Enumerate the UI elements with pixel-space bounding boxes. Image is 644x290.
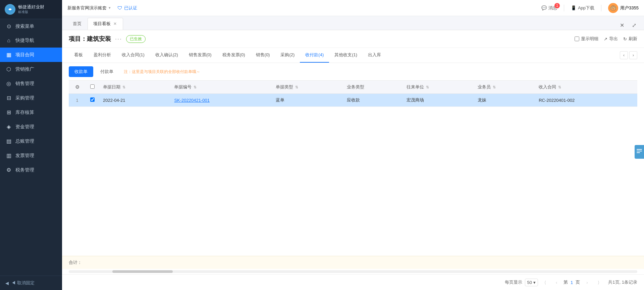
prev-page-button[interactable]: ‹ <box>552 278 561 287</box>
sort-partner-icon[interactable]: ⇅ <box>426 85 429 89</box>
sort-date-icon[interactable]: ⇅ <box>122 85 125 89</box>
inner-tabs: 收款单 付款单 注：这里是与项目关联的全部收付款单哦～ <box>62 63 644 77</box>
next-page-button[interactable]: › <box>583 278 591 287</box>
export-button[interactable]: ↗ 导出 <box>604 36 618 42</box>
refresh-button[interactable]: ↻ 刷新 <box>623 36 637 42</box>
right-panel-button[interactable] <box>635 145 644 159</box>
table-area: ⚙ 单据日期 ⇅ 单据编号 <box>62 77 644 256</box>
select-all-checkbox[interactable] <box>90 84 95 89</box>
inner-tab-payment[interactable]: 付款单 <box>95 66 119 77</box>
project-more-button[interactable]: ··· <box>115 35 122 43</box>
scrollbar-thumb[interactable] <box>112 270 173 273</box>
maximize-window-button[interactable]: ⤢ <box>629 20 639 30</box>
sidebar-unpin-button[interactable]: ◀ ◀ 取消固定 <box>0 276 62 290</box>
current-page: 1 <box>571 280 573 285</box>
table-header-row: ⚙ 单据日期 ⇅ 单据编号 <box>69 81 637 94</box>
sidebar-item-sales[interactable]: ◎ 销售管理 <box>0 76 62 91</box>
first-page-button[interactable]: ⟨ <box>541 278 549 287</box>
th-checkbox[interactable] <box>86 81 99 94</box>
row-checkbox[interactable] <box>90 97 95 102</box>
sub-tab-income-confirm[interactable]: 收入确认(2) <box>150 48 183 63</box>
sort-number-icon[interactable]: ⇅ <box>194 85 197 89</box>
cell-contract: RC-20220401-002 <box>535 94 637 107</box>
sort-contract-icon[interactable]: ⇅ <box>558 85 561 89</box>
certified-badge: 🛡 已认证 <box>117 5 137 11</box>
sub-tab-kanban[interactable]: 看板 <box>69 48 88 63</box>
svg-rect-1 <box>637 149 642 150</box>
sub-tab-inout-warehouse[interactable]: 出入库 <box>363 48 386 63</box>
sidebar-item-purchase[interactable]: ⊟ 采购管理 <box>0 91 62 105</box>
gear-icon[interactable]: ⚙ <box>75 84 79 90</box>
sidebar-item-invoice[interactable]: ▥ 发票管理 <box>0 148 62 163</box>
inner-tab-receipt[interactable]: 收款单 <box>69 66 93 77</box>
sub-tabs: 看板 盈利分析 收入合同(1) 收入确认(2) 销售发票(0) 税务发票(0) … <box>62 48 644 63</box>
cell-number[interactable]: SK-20220421-001 <box>170 94 271 107</box>
show-detail-checkbox[interactable] <box>575 37 579 41</box>
user-menu-button[interactable]: 🐵 用户3355 <box>608 3 639 13</box>
sub-tab-sales-invoice[interactable]: 销售发票(0) <box>183 48 217 63</box>
project-selector[interactable]: 新服务官网演示账套 ▾ <box>67 5 111 11</box>
sub-tab-other-income[interactable]: 其他收支(1) <box>329 48 363 63</box>
pagination-info: 共1页, 1条记录 <box>608 279 637 285</box>
tab-home[interactable]: 首页 <box>67 18 87 30</box>
total-row: 合计： <box>62 256 644 269</box>
sales-icon: ◎ <box>5 80 12 87</box>
cell-index: 1 <box>69 94 86 107</box>
sidebar-logo: 畅捷通好业财 标准版 <box>0 0 62 19</box>
cell-checkbox[interactable] <box>86 94 99 107</box>
export-icon: ↗ <box>604 37 607 42</box>
sort-type-icon[interactable]: ⇅ <box>295 85 298 89</box>
message-button[interactable]: 💬 消息 1 <box>541 5 557 11</box>
tab-project-board[interactable]: 项目看板 ✕ <box>88 18 123 30</box>
sub-tab-prev-button[interactable]: ‹ <box>620 51 628 59</box>
sub-tab-sales[interactable]: 销售(0) <box>251 48 275 63</box>
sidebar-item-funds[interactable]: ◈ 资金管理 <box>0 120 62 134</box>
sub-tab-nav: ‹ › <box>620 51 637 59</box>
project-title: 项目：建筑安装 <box>69 35 111 43</box>
last-page-button[interactable]: ⟩ <box>594 278 603 287</box>
project-status-badge: 已生效 <box>126 35 146 43</box>
th-salesperson: 业务员 ⇅ <box>474 81 535 94</box>
data-table: ⚙ 单据日期 ⇅ 单据编号 <box>69 80 637 107</box>
cell-date: 2022-04-21 <box>99 94 170 107</box>
unpin-icon: ◀ <box>5 281 9 286</box>
tab-home-label: 首页 <box>73 21 82 27</box>
sub-tab-next-button[interactable]: › <box>629 51 637 59</box>
sub-tab-purchase[interactable]: 采购(2) <box>275 48 300 63</box>
sidebar-item-marketing[interactable]: ⬡ 营销推广 <box>0 62 62 76</box>
svg-rect-2 <box>637 151 642 151</box>
sort-salesperson-icon[interactable]: ⇅ <box>493 85 496 89</box>
topbar-actions: 💬 消息 1 📱 App下载 🐵 用户3355 <box>541 3 639 13</box>
sidebar-item-inventory[interactable]: ⊞ 库存核算 <box>0 105 62 120</box>
per-page-label: 每页显示 <box>505 279 522 285</box>
sidebar-item-search[interactable]: ⊙ 搜索菜单 <box>0 19 62 33</box>
sub-tab-tax-invoice[interactable]: 税务发票(0) <box>217 48 251 63</box>
tab-close-icon[interactable]: ✕ <box>113 21 117 27</box>
select-chevron-icon: ▾ <box>533 280 536 285</box>
project-header-actions: 显示明细 ↗ 导出 ↻ 刷新 <box>575 36 637 42</box>
th-gear[interactable]: ⚙ <box>69 81 86 94</box>
sub-tab-profit[interactable]: 盈利分析 <box>88 48 116 63</box>
app-logo-icon <box>5 4 15 15</box>
sidebar-item-project[interactable]: ▦ 项目合同 <box>0 48 62 62</box>
sidebar-item-quicknav[interactable]: ⌂ 快捷导航 <box>0 33 62 48</box>
funds-icon: ◈ <box>5 124 12 130</box>
horizontal-scrollbar[interactable] <box>69 270 637 273</box>
table-row[interactable]: 1 2022-04-21 SK-20220421-001 蓝单 应收款 宏茂商场… <box>69 94 637 107</box>
close-window-button[interactable]: ✕ <box>617 20 627 30</box>
topbar-divider <box>564 5 564 11</box>
invoice-icon: ▥ <box>5 152 12 159</box>
th-number: 单据编号 ⇅ <box>170 81 271 94</box>
per-page-select[interactable]: 50 ▾ <box>525 279 538 286</box>
pagination: 每页显示 50 ▾ ⟨ ‹ 第 1 页 › ⟩ 共1页, 1条记录 <box>62 274 644 290</box>
th-contract: 收入合同 ⇅ <box>535 81 637 94</box>
sub-tab-income-contract[interactable]: 收入合同(1) <box>116 48 150 63</box>
app-download-button[interactable]: 📱 App下载 <box>571 5 594 11</box>
project-header: 项目：建筑安装 ··· 已生效 显示明细 ↗ 导出 ↻ 刷新 <box>62 30 644 48</box>
cell-business-type: 应收款 <box>343 94 402 107</box>
sidebar-item-tax[interactable]: ⚙ 税务管理 <box>0 163 62 177</box>
inventory-icon: ⊞ <box>5 109 12 116</box>
show-detail-toggle[interactable]: 显示明细 <box>575 36 598 42</box>
sub-tab-payment[interactable]: 收付款(4) <box>300 48 329 63</box>
sidebar-item-ledger[interactable]: ▤ 总账管理 <box>0 134 62 148</box>
